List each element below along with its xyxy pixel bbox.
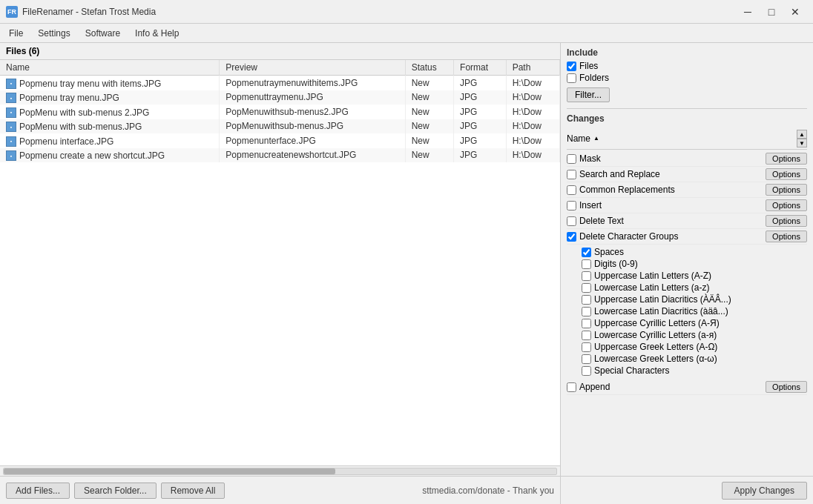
sub-item-lowercase-latin: Lowercase Latin Letters (a-z)	[582, 282, 807, 294]
files-label[interactable]: Files	[579, 61, 598, 71]
files-checkbox-row: Files	[567, 61, 807, 71]
spaces-sub-checkbox[interactable]	[582, 248, 591, 257]
common-replacements-label[interactable]: Common Replacements	[579, 185, 675, 195]
changes-section: Changes Name ▲ ▲ ▼	[567, 113, 807, 395]
lowercase-greek-sub-label[interactable]: Lowercase Greek Letters (α-ω)	[594, 354, 717, 364]
table-row[interactable]: ▪Popmenu tray menu.JPG Popmenuttraymenu.…	[0, 90, 560, 105]
uppercase-diacritics-sub-checkbox[interactable]	[582, 295, 591, 305]
changes-title: Changes	[567, 113, 605, 124]
table-row[interactable]: ▪Popmenu create a new shortcut.JPG Popme…	[0, 148, 560, 163]
scroll-down-button[interactable]: ▼	[797, 139, 807, 147]
horizontal-scrollbar[interactable]	[0, 465, 560, 476]
search-replace-checkbox[interactable]	[567, 170, 576, 179]
table-row[interactable]: ▪PopMenu with sub-menus 2.JPG PopMenuwit…	[0, 105, 560, 119]
remove-all-button[interactable]: Remove All	[161, 483, 226, 499]
digits-sub-checkbox[interactable]	[582, 259, 591, 269]
lowercase-diacritics-sub-checkbox[interactable]	[582, 307, 591, 316]
col-status: Status	[405, 60, 453, 76]
insert-label[interactable]: Insert	[579, 200, 602, 210]
change-row-mask: Mask Options	[567, 151, 807, 167]
lowercase-latin-sub-label[interactable]: Lowercase Latin Letters (a-z)	[594, 282, 709, 293]
scrollbar-thumb[interactable]	[4, 468, 335, 474]
table-row[interactable]: ▪Popmenu interface.JPG Popmenunterface.J…	[0, 133, 560, 148]
append-label[interactable]: Append	[579, 382, 610, 392]
delete-text-options-button[interactable]: Options	[766, 215, 807, 227]
uppercase-diacritics-sub-label[interactable]: Uppercase Latin Diacritics (ÀÄÂ...)	[594, 294, 731, 305]
delete-char-groups-label[interactable]: Delete Character Groups	[579, 231, 678, 242]
file-table[interactable]: Name Preview Status Format Path ▪Popmenu…	[0, 60, 560, 465]
uppercase-cyrillic-sub-label[interactable]: Uppercase Cyrillic Letters (А-Я)	[594, 318, 720, 328]
bottom-bar: Add Files... Search Folder... Remove All…	[0, 476, 560, 504]
sort-arrows: ▲	[593, 136, 599, 142]
app-icon: FR	[6, 6, 18, 18]
spaces-sub-label[interactable]: Spaces	[594, 247, 624, 257]
uppercase-cyrillic-sub-checkbox[interactable]	[582, 319, 591, 328]
files-checkbox[interactable]	[567, 62, 576, 71]
insert-checkbox[interactable]	[567, 201, 576, 210]
sub-item-uppercase-cyrillic: Uppercase Cyrillic Letters (А-Я)	[582, 317, 807, 329]
uppercase-greek-sub-label[interactable]: Uppercase Greek Letters (Α-Ω)	[594, 342, 717, 352]
mask-options-button[interactable]: Options	[766, 153, 807, 165]
right-panel: Include Files Folders Filter... Changes	[561, 43, 813, 504]
filter-button[interactable]: Filter...	[567, 87, 610, 102]
folders-checkbox[interactable]	[567, 73, 576, 83]
mask-checkbox[interactable]	[567, 154, 576, 164]
maximize-button[interactable]: □	[760, 3, 783, 21]
insert-options-button[interactable]: Options	[766, 199, 807, 211]
files-table: Name Preview Status Format Path ▪Popmenu…	[0, 60, 560, 162]
lowercase-diacritics-sub-label[interactable]: Lowercase Latin Diacritics (àäâ...)	[594, 306, 728, 316]
search-folder-button[interactable]: Search Folder...	[74, 483, 157, 499]
lowercase-cyrillic-sub-label[interactable]: Lowercase Cyrillic Letters (а-я)	[594, 330, 717, 340]
uppercase-latin-sub-label[interactable]: Uppercase Latin Letters (A-Z)	[594, 271, 711, 281]
scrollbar-buttons: ▲ ▼	[797, 130, 807, 147]
change-row-delete-text: Delete Text Options	[567, 213, 807, 229]
folders-label[interactable]: Folders	[579, 73, 609, 83]
uppercase-latin-sub-checkbox[interactable]	[582, 271, 591, 281]
window-controls: ─ □ ✕	[736, 3, 807, 21]
common-replacements-checkbox[interactable]	[567, 185, 576, 195]
apply-changes-button[interactable]: Apply Changes	[722, 482, 807, 500]
scroll-up-button[interactable]: ▲	[797, 130, 807, 139]
lowercase-greek-sub-checkbox[interactable]	[582, 354, 591, 364]
search-replace-options-button[interactable]: Options	[766, 168, 807, 180]
append-checkbox[interactable]	[567, 382, 576, 392]
close-button[interactable]: ✕	[783, 3, 807, 21]
title-bar-left: FR FileRenamer - Stefan Trost Media	[6, 6, 156, 18]
table-row[interactable]: ▪PopMenu with sub-menus.JPG PopMenuwiths…	[0, 119, 560, 134]
sub-item-spaces: Spaces	[582, 246, 807, 258]
menu-software[interactable]: Software	[79, 27, 126, 40]
minimize-button[interactable]: ─	[736, 3, 760, 21]
menu-info-help[interactable]: Info & Help	[129, 27, 185, 40]
delete-char-groups-options-button[interactable]: Options	[766, 231, 807, 242]
mask-label[interactable]: Mask	[579, 153, 601, 164]
special-chars-sub-checkbox[interactable]	[582, 366, 591, 376]
table-row[interactable]: ▪Popmenu tray menu with items.JPG Popmen…	[0, 76, 560, 90]
add-files-button[interactable]: Add Files...	[6, 483, 70, 499]
delete-text-label[interactable]: Delete Text	[579, 216, 624, 226]
cell-path: H:\Dow	[506, 76, 559, 90]
change-row-left-insert: Insert	[567, 200, 766, 210]
lowercase-cyrillic-sub-checkbox[interactable]	[582, 331, 591, 340]
append-row: Append Options	[567, 379, 807, 395]
right-content[interactable]: Include Files Folders Filter... Changes	[561, 43, 813, 476]
changes-header: Changes	[567, 113, 807, 127]
scrollbar-track[interactable]	[3, 468, 557, 475]
common-replacements-options-button[interactable]: Options	[766, 184, 807, 196]
search-replace-label[interactable]: Search and Replace	[579, 169, 660, 179]
delete-char-groups-checkbox[interactable]	[567, 232, 576, 242]
append-options-button[interactable]: Options	[766, 381, 807, 393]
change-row-left-delete-char-groups: Delete Character Groups	[567, 231, 766, 242]
menu-file[interactable]: File	[3, 27, 29, 40]
menu-settings[interactable]: Settings	[32, 27, 76, 40]
cell-preview: Popmenutraymenuwithitems.JPG	[220, 76, 405, 90]
delete-text-checkbox[interactable]	[567, 216, 576, 226]
uppercase-greek-sub-checkbox[interactable]	[582, 342, 591, 352]
cell-name: ▪Popmenu tray menu.JPG	[0, 90, 220, 105]
cell-status: New	[405, 133, 453, 148]
sub-item-uppercase-latin: Uppercase Latin Letters (A-Z)	[582, 270, 807, 282]
special-chars-sub-label[interactable]: Special Characters	[594, 365, 669, 376]
sort-up-arrow[interactable]: ▲	[593, 136, 599, 142]
cell-name: ▪Popmenu create a new shortcut.JPG	[0, 148, 220, 163]
digits-sub-label[interactable]: Digits (0-9)	[594, 259, 638, 269]
lowercase-latin-sub-checkbox[interactable]	[582, 283, 591, 293]
